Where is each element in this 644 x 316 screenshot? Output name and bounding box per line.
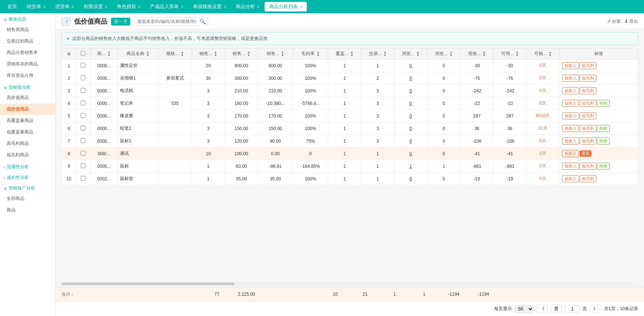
nav-analysis[interactable]: 商品分析 × [231, 2, 264, 11]
table-row: 9 0000... 鼠标 1 60.00 -98.91 -164.85% 1 1… [62, 160, 638, 173]
sidebar-item-all-goods[interactable]: 全部商品 [0, 193, 55, 204]
browse-link[interactable]: 0 [409, 151, 412, 156]
cell-checkbox[interactable] [76, 135, 91, 147]
browse-link[interactable]: 0 [409, 88, 412, 94]
nav-permissions[interactable]: 权限设置 × [79, 2, 112, 11]
page-number-input[interactable] [565, 305, 580, 313]
per-page-select[interactable]: 50 100 200 [515, 305, 534, 313]
close-icon[interactable]: × [224, 5, 226, 9]
cell-num: 3 [62, 85, 76, 97]
browse-link[interactable]: 0 [409, 139, 412, 144]
next-page-button[interactable]: 》 [590, 305, 601, 313]
sidebar-item-high-coverage[interactable]: 高覆盖量商品 [0, 115, 55, 126]
sidebar-collapse-button[interactable]: 《 [61, 17, 70, 26]
th-sales1: 销售... ▲▼ [192, 48, 225, 60]
filter-tag-recent-month[interactable]: 近一月 [111, 18, 130, 26]
sidebar-item-high-value[interactable]: 高价值商品 [0, 92, 55, 103]
sidebar-item-sales-goods[interactable]: 销售类商品 [0, 24, 55, 35]
cell-sales3: -10,380... [258, 97, 293, 110]
table-row: 4 0000... 笔记本 535 3 180.00 -10,380... -5… [62, 97, 638, 110]
sidebar-group-overall[interactable]: ∨ 整体信息 [0, 13, 55, 24]
search-icon[interactable]: 🔍 [199, 18, 206, 24]
nav-home[interactable]: 首页 [3, 2, 21, 11]
page-separator: 页 [583, 306, 587, 312]
cell-checkbox[interactable] [76, 72, 91, 85]
nav-purchase[interactable]: 进货单 × [51, 2, 78, 11]
close-icon[interactable]: × [181, 5, 183, 9]
sidebar-item-low-margin[interactable]: 低毛利商品 [0, 149, 55, 161]
cell-checkbox[interactable] [76, 60, 91, 72]
sidebar-item-traded-goods[interactable]: 交易过的商品 [0, 35, 55, 47]
row-checkbox[interactable] [81, 75, 85, 80]
cell-checkbox[interactable] [76, 97, 91, 110]
nav-template[interactable]: 单据模板设置 × [188, 2, 231, 11]
horizontal-scrollbar[interactable] [61, 282, 638, 285]
prev-page-button[interactable]: 首 [551, 305, 562, 313]
sidebar: ∨ 整体信息 销售类商品 交易过的商品 商品分类销售率 滞销库存的商品 库存资金… [0, 13, 56, 316]
share-button[interactable]: ⇗ 分享 [607, 18, 621, 25]
row-checkbox[interactable] [81, 176, 85, 181]
cell-checkbox[interactable] [76, 122, 91, 135]
th-checkbox[interactable] [76, 48, 91, 60]
nav-roles[interactable]: 角色授权 × [113, 2, 145, 11]
scroll-thumb[interactable] [61, 282, 234, 285]
cell-trade: 3 [361, 97, 394, 110]
browse-link[interactable]: 0 [409, 101, 412, 106]
total-label: 共1页，10条记录 [604, 306, 638, 312]
nav-analysis-list[interactable]: 商品分析列表 × [265, 2, 307, 11]
tag-badge: 低收入 [562, 75, 579, 82]
row-checkbox[interactable] [81, 138, 85, 143]
cell-margin: 75% [293, 135, 328, 147]
sidebar-item-inventory-funds[interactable]: 库存资金占用 [0, 70, 55, 81]
sidebar-item-category-rate[interactable]: 商品分类销售率 [0, 47, 55, 58]
select-all-checkbox[interactable] [81, 51, 85, 56]
tag-badge: 低收入 [562, 112, 579, 119]
th-available: 可用... ▲▼ [493, 48, 526, 60]
cell-sales1: 20 [192, 60, 225, 72]
browse-link[interactable]: 0 [409, 176, 412, 181]
nav-products[interactable]: 产成品入库单 × [145, 2, 188, 11]
row-checkbox[interactable] [81, 101, 85, 105]
sidebar-item-low-coverage[interactable]: 低覆盖量商品 [0, 126, 55, 138]
cell-trade: 3 [361, 135, 394, 147]
row-checkbox[interactable] [81, 151, 85, 156]
th-settings[interactable]: ⚙ [62, 48, 76, 60]
search-input[interactable] [134, 17, 208, 26]
row-checkbox[interactable] [81, 113, 85, 118]
row-checkbox[interactable] [81, 63, 85, 68]
close-icon[interactable]: × [43, 5, 46, 9]
cell-checkbox[interactable] [76, 173, 91, 185]
cell-checkbox[interactable] [76, 160, 91, 173]
nav-sales[interactable]: 销货单 × [22, 2, 50, 11]
cell-tags: 低收入低毛利 [560, 85, 638, 97]
sidebar-item-high-margin[interactable]: 高毛利商品 [0, 138, 55, 149]
cell-name: 鼠标 [118, 160, 158, 173]
cell-checkbox[interactable] [76, 147, 91, 160]
cell-checkbox[interactable] [76, 110, 91, 122]
cell-sales3: -98.91 [258, 160, 293, 173]
browse-link[interactable]: 0 [409, 126, 412, 131]
cell-checkbox[interactable] [76, 85, 91, 97]
close-icon[interactable]: × [257, 5, 259, 9]
first-page-button[interactable]: 《 [537, 305, 548, 313]
close-icon[interactable]: × [138, 5, 141, 9]
sidebar-group-marketing[interactable]: ∨ 营销推广分析 [0, 182, 55, 193]
browse-link[interactable]: 0 [409, 76, 412, 81]
browse-link[interactable]: 0 [409, 63, 412, 68]
export-button[interactable]: ⬇ 导出 [624, 18, 638, 25]
sidebar-group-circulation[interactable]: › 流通性分析 [0, 161, 55, 171]
row-checkbox[interactable] [81, 88, 85, 93]
close-icon[interactable]: × [72, 5, 74, 9]
sidebar-item-slow-moving[interactable]: 滞销库存的商品 [0, 58, 55, 70]
sidebar-item-new-goods[interactable]: 新品 [0, 204, 55, 216]
row-checkbox[interactable] [81, 126, 85, 130]
sidebar-group-growth[interactable]: › 成长性分析 [0, 171, 55, 182]
cell-code: 0000... [90, 110, 118, 122]
row-checkbox[interactable] [81, 163, 85, 168]
browse-link[interactable]: 0 [409, 113, 412, 119]
close-icon[interactable]: × [105, 5, 107, 9]
sidebar-group-contribution[interactable]: ∨ 贡献值分析 [0, 81, 55, 92]
sidebar-item-low-value[interactable]: 低价值商品 [0, 103, 55, 115]
browse-link[interactable]: 1 [409, 164, 412, 169]
close-icon[interactable]: × [300, 5, 302, 9]
